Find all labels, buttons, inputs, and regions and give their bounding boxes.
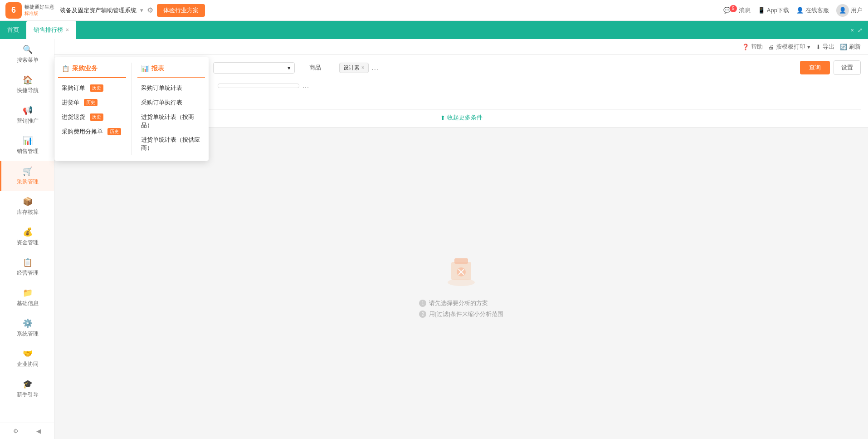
report-header-icon: 📊 [141,65,149,72]
setting-btn[interactable]: 设置 [834,60,861,75]
purchase-order-item[interactable]: 采购订单 历史 [58,81,126,95]
report-inbound-goods-item[interactable]: 进货单统计表（按商品） [137,110,205,133]
sidebar-item-basic-info[interactable]: 📁 基础信息 [0,282,54,313]
print-dropdown-icon[interactable]: ▾ [807,44,810,50]
system-icon: ⚙️ [23,318,33,328]
purchase-order-history-badge: 历史 [90,84,103,92]
sidebar-item-nav[interactable]: 🏠 快捷导航 [0,69,54,100]
collapse-label: 收起更多条件 [447,113,483,122]
industry-btn[interactable]: 体验行业方案 [157,4,205,17]
logo-icon: 6 [5,2,22,19]
app-download-label: App下载 [767,6,789,15]
refresh-btn[interactable]: 🔄 刷新 [840,43,861,51]
header-center: 装备及固定资产辅助管理系统 ▾ ⚙ 体验行业方案 [60,4,723,17]
export-btn[interactable]: ⬇ 导出 [816,43,834,51]
finance-icon: 💰 [23,227,33,237]
purchase-col-header: 📋 采购业务 [58,63,126,78]
purchase-return-history-badge: 历史 [90,113,103,121]
service-icon: 👤 [796,7,804,14]
report-header-label: 报表 [151,64,164,73]
sidebar-item-inventory[interactable]: 📦 库存核算 [0,191,54,222]
tab-sales-ranking[interactable]: 销售排行榜 × [26,21,76,39]
collapse-btn[interactable]: ⬆ 收起更多条件 [440,113,483,122]
help-icon: ❓ [742,44,749,50]
goods-col: 商品 设计素 × … [309,63,379,73]
goods-label: 商品 [309,64,336,72]
goods-tag-close-icon[interactable]: × [361,64,365,71]
enterprise-icon: 🤝 [23,349,33,359]
empty-state: 1 请先选择要分析的方案 2 用[过滤]条件来缩小分析范围 [54,128,868,439]
purchase-header-icon: 📋 [62,65,69,72]
sidebar-item-system[interactable]: ⚙️ 系统管理 [0,313,54,343]
sidebar-item-purchase[interactable]: 🛒 采购管理 [0,161,54,191]
purchase-expense-item[interactable]: 采购费用分摊单 历史 [58,124,126,139]
system-dropdown-arrow[interactable]: ▾ [140,7,143,14]
empty-hints: 1 请先选择要分析的方案 2 用[过滤]条件来缩小分析范围 [419,299,503,318]
goods-more-icon[interactable]: … [371,64,379,72]
header-settings-icon[interactable]: ⚙ [147,6,153,15]
report-order-stats-item[interactable]: 采购订单统计表 [137,81,205,95]
app-download-btn[interactable]: 📱 App下载 [758,6,789,15]
report-inbound-supplier-item[interactable]: 进货单统计表（按供应商） [137,133,205,155]
sidebar-item-guide[interactable]: 🎓 新手引导 [0,374,54,404]
home-icon: 🏠 [23,75,33,85]
salesman-select[interactable] [218,84,299,88]
purchase-return-item[interactable]: 进货退货 历史 [58,110,126,124]
sidebar-item-finance[interactable]: 💰 资金管理 [0,222,54,252]
purchase-expense-label: 采购费用分摊单 [62,128,103,136]
collapse-icon: ⬆ [440,114,445,121]
help-btn[interactable]: ❓ 帮助 [742,43,763,51]
bill-status-arrow: ▾ [288,64,291,71]
purchase-icon: 🛒 [23,166,33,176]
report-col-header: 📊 报表 [137,63,205,78]
purchase-col: 📋 采购业务 采购订单 历史 进货单 历史 进货退货 历史 [54,63,130,155]
purchase-inbound-label: 进货单 [62,99,79,107]
print-btn[interactable]: 🖨 按模板打印 ▾ [768,43,810,51]
message-badge: 9 [730,5,737,12]
message-label: 消息 [739,6,751,15]
sidebar-item-finance-label: 资金管理 [17,239,39,247]
tab-home-label: 首页 [7,26,19,34]
print-label: 按模板打印 [776,43,805,51]
nav-tabs-actions: × ⤢ [850,27,868,34]
purchase-inbound-history-badge: 历史 [84,99,98,106]
sidebar-item-operations[interactable]: 📋 经营管理 [0,252,54,282]
dropdown-cols: 📋 采购业务 采购订单 历史 进货单 历史 进货退货 历史 [54,63,209,155]
sales-icon: 📊 [23,136,33,146]
sidebar-item-sales-label: 销售管理 [17,148,39,155]
sidebar-settings-icon[interactable]: ⚙ [13,428,19,434]
sidebar-item-sales[interactable]: 📊 销售管理 [0,130,54,161]
bill-status-select[interactable]: ▾ [213,62,295,74]
sidebar-item-search[interactable]: 🔍 搜索菜单 [0,39,54,69]
sidebar-item-search-label: 搜索菜单 [17,56,39,64]
report-order-stats-label: 采购订单统计表 [141,84,182,92]
sidebar: 🔍 搜索菜单 🏠 快捷导航 📢 营销推广 📊 销售管理 🛒 采购管理 📦 库存核… [0,39,54,439]
empty-hint-2: 2 用[过滤]条件来缩小分析范围 [419,310,503,318]
content-area: ❓ 帮助 🖨 按模板打印 ▾ ⬇ 导出 🔄 刷新 日期 [54,39,868,439]
sidebar-item-enterprise[interactable]: 🤝 企业协同 [0,343,54,374]
tab-sales-ranking-label: 销售排行榜 [34,26,63,34]
query-btn[interactable]: 查询 [800,61,830,74]
purchase-order-label: 采购订单 [62,84,85,92]
report-order-exec-item[interactable]: 采购订单执行表 [137,95,205,110]
sidebar-collapse-icon[interactable]: ◀ [36,428,41,434]
salesman-more-icon[interactable]: … [302,82,309,90]
online-service-btn[interactable]: 👤 在线客服 [796,6,829,15]
empty-hint-2-text: 用[过滤]条件来缩小分析范围 [429,310,503,318]
purchase-inbound-item[interactable]: 进货单 历史 [58,95,126,110]
sidebar-item-marketing[interactable]: 📢 营销推广 [0,100,54,130]
message-btn[interactable]: 💬 9 消息 [723,6,751,15]
user-btn[interactable]: 👤 用户 [836,4,863,17]
user-avatar: 👤 [836,4,849,17]
guide-icon: 🎓 [23,379,33,389]
export-icon: ⬇ [816,44,821,50]
tab-home[interactable]: 首页 [0,21,26,39]
online-service-label: 在线客服 [805,6,829,15]
tab-close-icon[interactable]: × [66,27,69,33]
export-label: 导出 [823,43,834,51]
logo-area: 6 畅捷通好生意 标准版 [5,2,60,19]
tab-expand-icon[interactable]: ⤢ [858,27,863,34]
search-icon: 🔍 [23,44,33,54]
tab-close-all-icon[interactable]: × [850,27,854,34]
print-icon: 🖨 [768,44,774,50]
